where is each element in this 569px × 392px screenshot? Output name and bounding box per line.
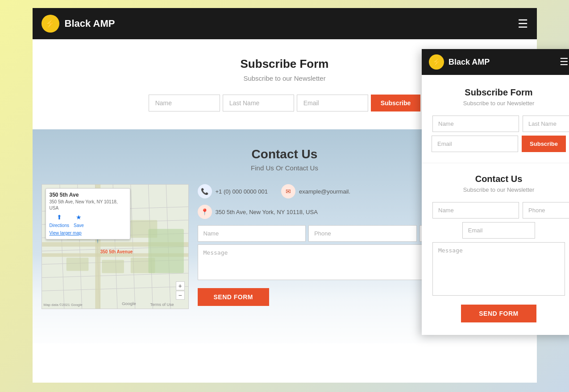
svg-rect-21 [66, 258, 88, 271]
subscribe-email-input[interactable] [297, 95, 368, 111]
mobile-contact-subtitle: Subscribe to our Newsletter [432, 186, 565, 193]
map-save-link[interactable]: ★ Save [74, 213, 84, 229]
svg-rect-22 [102, 260, 124, 273]
map-address-sub: 350 5th Ave, New York, NY 10118, USA [50, 199, 126, 211]
save-label: Save [74, 223, 84, 229]
mobile-contact-section: Contact Us Subscribe to our Newsletter S… [422, 163, 569, 335]
mobile-brand: ⚡ Black AMP [429, 54, 490, 70]
brand: ⚡ Black AMP [42, 15, 115, 33]
mobile-bolt-icon: ⚡ [429, 54, 444, 70]
directions-icon: ⬆ [57, 213, 62, 222]
phone-icon: 📞 [198, 184, 212, 198]
contact-email: example@yourmail. [299, 188, 350, 195]
mobile-contact-email-input[interactable] [462, 222, 535, 239]
directions-label: Directions [50, 223, 69, 229]
mobile-subscribe-section: Subscribe Form Subscribe to our Newslett… [422, 75, 569, 163]
mobile-contact-name-input[interactable] [432, 202, 519, 219]
contact-name-input[interactable] [198, 225, 306, 242]
contact-phone-input[interactable] [308, 225, 417, 242]
map-address-title: 350 5th Ave [50, 191, 126, 199]
svg-text:Google: Google [121, 301, 136, 306]
subscribe-name-input[interactable] [149, 95, 220, 111]
mobile-subscribe-title: Subscribe Form [432, 87, 565, 98]
mobile-subscribe-email-input[interactable] [432, 136, 518, 152]
mobile-email-row [432, 222, 565, 239]
map-controls: + − [176, 281, 185, 300]
contact-address: 350 5th Ave, New York, NY 10118, USA [216, 209, 318, 215]
contact-email-item: ✉ example@yourmail. [281, 184, 350, 198]
map-actions: ⬆ Directions ★ Save [50, 213, 126, 229]
map-pin-label: 350 5th Avenue [100, 249, 133, 254]
mobile-contact-row1 [432, 202, 565, 219]
map-terms: Terms of Use [150, 302, 174, 307]
map-zoom-out-button[interactable]: − [176, 291, 185, 300]
mobile-subscribe-lastname-input[interactable] [523, 116, 569, 132]
map-copyright: Map data ©2021 Google [44, 303, 83, 307]
view-larger-map-link[interactable]: View larger map [50, 230, 126, 236]
bolt-icon: ⚡ [42, 15, 59, 33]
mobile-subscribe-button[interactable]: Subscribe [522, 136, 566, 152]
mobile-contact-title: Contact Us [432, 174, 565, 184]
subscribe-lastname-input[interactable] [223, 95, 294, 111]
mobile-navbar: ⚡ Black AMP ☰ [422, 49, 569, 75]
map-placeholder: Google 350 5th Ave 350 5th Ave, New York… [42, 185, 188, 309]
subscribe-button[interactable]: Subscribe [371, 95, 421, 111]
contact-phone-item: 📞 +1 (0) 000 0000 001 [198, 184, 268, 198]
hamburger-menu-icon[interactable]: ☰ [518, 18, 528, 29]
mobile-hamburger-icon[interactable]: ☰ [560, 56, 569, 68]
contact-phone: +1 (0) 000 0000 001 [216, 188, 268, 195]
email-icon: ✉ [281, 184, 295, 198]
contact-address-item: 📍 350 5th Ave, New York, NY 10118, USA [198, 205, 318, 219]
main-navbar: ⚡ Black AMP ☰ [33, 8, 537, 39]
mobile-brand-name: Black AMP [449, 58, 490, 67]
map-zoom-in-button[interactable]: + [176, 281, 185, 290]
brand-name: Black AMP [65, 18, 115, 29]
svg-rect-24 [148, 229, 183, 273]
map-directions-link[interactable]: ⬆ Directions [50, 213, 69, 229]
send-form-button[interactable]: SEND FORM [198, 288, 270, 306]
mobile-subscribe-row2: Subscribe [432, 136, 565, 152]
mobile-subscribe-name-input[interactable] [432, 116, 519, 132]
save-icon: ★ [76, 213, 82, 222]
mobile-contact-phone-input[interactable] [523, 202, 569, 219]
map-container: Google 350 5th Ave 350 5th Ave, New York… [42, 184, 189, 309]
mobile-subscribe-subtitle: Subscribe to our Newsletter [432, 100, 565, 107]
mobile-subscribe-row1 [432, 116, 565, 132]
mobile-panel: ⚡ Black AMP ☰ Subscribe Form Subscribe t… [422, 49, 569, 335]
location-icon: 📍 [198, 205, 212, 219]
map-tooltip: 350 5th Ave 350 5th Ave, New York, NY 10… [46, 188, 130, 239]
mobile-send-form-button[interactable]: SEND FORM [461, 305, 536, 322]
mobile-contact-message-textarea[interactable] [432, 242, 565, 296]
